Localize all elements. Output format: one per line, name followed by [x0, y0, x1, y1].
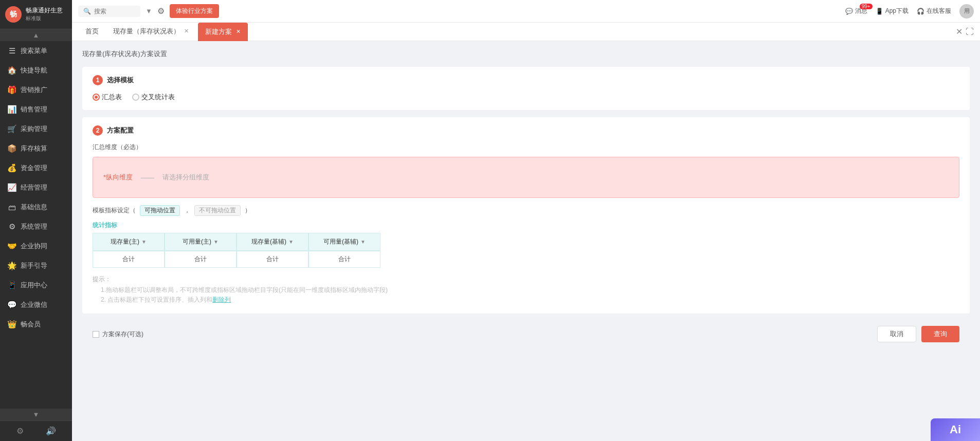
- system-icon: ⚙: [7, 222, 16, 231]
- section2-card: 2 方案配置 汇总维度（必选） *纵向维度 —— 请选择分组维度 模板指标设定（…: [82, 117, 970, 314]
- stats-col-1-label: 可用量(主): [183, 237, 211, 246]
- dimension-dash: ——: [141, 174, 154, 181]
- section2-num: 2: [93, 125, 103, 136]
- settings-icon[interactable]: ⚙: [16, 426, 24, 436]
- indicator-settings: 模板指标设定（ 可拖动位置 ， 不可拖动位置 ）: [93, 205, 959, 216]
- sidebar: 畅 畅康通好生意 标准版 ▲ ☰ 搜索菜单 🏠 快捷导航 🎁 营销推广 📊 销售…: [0, 0, 72, 441]
- chevron-down-icon-2: ▼: [288, 239, 294, 245]
- industry-btn[interactable]: 体验行业方案: [170, 4, 219, 18]
- radio-crosstab-label: 交叉统计表: [141, 93, 175, 102]
- dropdown-icon[interactable]: ▼: [146, 7, 152, 15]
- messages-badge[interactable]: 💬 消息 99+: [845, 7, 867, 15]
- sidebar-menu: ☰ 搜索菜单 🏠 快捷导航 🎁 营销推广 📊 销售管理 🛒 采购管理 📦 库存核…: [0, 41, 72, 409]
- sidebar-item-corp-coop[interactable]: 🤝 企业协同: [0, 236, 72, 256]
- sidebar-item-basic-info[interactable]: 🗃 基础信息: [0, 197, 72, 217]
- tips-title: 提示：: [93, 275, 959, 284]
- sidebar-item-marketing[interactable]: 🎁 营销推广: [0, 80, 72, 100]
- save-checkbox-label[interactable]: 方案保存(可选): [93, 330, 143, 339]
- indicator-draggable-chip: 可拖动位置: [140, 205, 180, 216]
- radio-summary-label: 汇总表: [102, 93, 122, 102]
- stats-col-0-header[interactable]: 现存量(主) ▼: [93, 233, 165, 251]
- sidebar-item-operations[interactable]: 📈 经营管理: [0, 178, 72, 197]
- indicator-separator: ，: [184, 206, 190, 215]
- sidebar-item-inventory[interactable]: 📦 库存核算: [0, 139, 72, 158]
- tab-new-scheme-close[interactable]: ✕: [236, 28, 241, 35]
- query-button[interactable]: 查询: [921, 326, 959, 342]
- app-version: 标准版: [26, 15, 63, 22]
- radio-summary[interactable]: 汇总表: [93, 93, 122, 102]
- sidebar-item-label: 快捷导航: [21, 66, 47, 75]
- sidebar-item-corp-wechat[interactable]: 💬 企业微信: [0, 295, 72, 315]
- tab-inventory-close[interactable]: ✕: [184, 28, 189, 34]
- tips-item-1: 2. 点击标题栏下拉可设置排序、插入列和删除列: [93, 296, 959, 304]
- tab-inventory-status[interactable]: 现存量（库存状况表） ✕: [106, 23, 196, 41]
- sidebar-scroll-down[interactable]: ▼: [0, 409, 72, 420]
- sidebar-item-quick-nav[interactable]: 🏠 快捷导航: [0, 61, 72, 80]
- save-checkbox[interactable]: [93, 331, 99, 338]
- sidebar-scroll-up[interactable]: ▲: [0, 29, 72, 41]
- sidebar-item-member[interactable]: 👑 畅会员: [0, 315, 72, 334]
- stats-col-1-header[interactable]: 可用量(主) ▼: [165, 233, 237, 251]
- sidebar-item-search-menu[interactable]: ☰ 搜索菜单: [0, 41, 72, 61]
- section1-num: 1: [93, 75, 103, 85]
- mobile-icon: 📱: [7, 281, 16, 290]
- sidebar-item-label: 营销推广: [21, 85, 47, 95]
- stats-label: 统计指标: [93, 221, 959, 230]
- tips-area: 提示： 1.拖动标题栏可以调整布局，不可跨维度或指标区域拖动栏目字段(只能在同一…: [93, 275, 959, 304]
- search-box[interactable]: 🔍: [78, 6, 140, 17]
- sidebar-item-purchase[interactable]: 🛒 采购管理: [0, 119, 72, 139]
- app-download-link[interactable]: 📱 App下载: [876, 7, 909, 15]
- tabs-bar: 首页 现存量（库存状况表） ✕ 新建方案 ✕ ✕ ⛶: [72, 23, 980, 41]
- gear-icon[interactable]: ⚙: [157, 6, 165, 16]
- indicator-close: ）: [245, 206, 251, 215]
- sidebar-item-label: 资金管理: [21, 163, 47, 173]
- wechat-icon: 💬: [7, 300, 16, 309]
- user-avatar[interactable]: 用: [959, 4, 974, 19]
- gift-icon: 🎁: [7, 85, 16, 95]
- tab-home[interactable]: 首页: [78, 23, 106, 41]
- radio-crosstab-circle: [132, 94, 139, 101]
- stats-table: 现存量(主) ▼ 可用量(主) ▼ 现存量(基辅) ▼ 可用量(基辅) ▼: [93, 233, 380, 268]
- chart-icon: 📊: [7, 105, 16, 114]
- online-service-link[interactable]: 🎧 在线客服: [917, 7, 951, 15]
- headset-icon: 🎧: [917, 8, 924, 15]
- sidebar-item-label: 搜索菜单: [21, 46, 47, 56]
- database-icon: 🗃: [7, 203, 16, 212]
- dimension-inner: *纵向维度 —— 请选择分组维度: [103, 173, 949, 182]
- stats-col-2-header[interactable]: 现存量(基辅) ▼: [237, 233, 308, 251]
- radio-crosstab[interactable]: 交叉统计表: [132, 93, 175, 102]
- chevron-down-icon-0: ▼: [141, 239, 147, 245]
- delete-col-link[interactable]: 删除列: [212, 296, 231, 303]
- stats-col-3-label: 可用量(基辅): [323, 237, 358, 246]
- dimension-area[interactable]: *纵向维度 —— 请选择分组维度: [93, 157, 959, 198]
- stats-body-row: 合计 合计 合计 合计: [93, 251, 380, 268]
- indicator-fixed-chip: 不可拖动位置: [194, 205, 241, 216]
- cancel-button[interactable]: 取消: [877, 326, 916, 342]
- tab-new-scheme[interactable]: 新建方案 ✕: [198, 23, 248, 41]
- sidebar-item-label: 新手引导: [21, 261, 47, 270]
- search-input[interactable]: [94, 8, 135, 15]
- tab-expand-btn[interactable]: ⛶: [966, 27, 974, 36]
- tips-item-0: 1.拖动标题栏可以调整布局，不可跨维度或指标区域拖动栏目字段(只能在同一维度或指…: [93, 286, 959, 295]
- stats-col-2-label: 现存量(基辅): [251, 237, 286, 246]
- sidebar-item-label: 应用中心: [21, 281, 47, 290]
- audio-icon[interactable]: 🔊: [46, 426, 56, 436]
- sidebar-item-system[interactable]: ⚙ 系统管理: [0, 217, 72, 236]
- sidebar-item-finance[interactable]: 💰 资金管理: [0, 158, 72, 178]
- sidebar-item-app-center[interactable]: 📱 应用中心: [0, 275, 72, 295]
- dimension-required: *纵向维度: [103, 173, 133, 182]
- money-icon: 💰: [7, 163, 16, 173]
- sidebar-item-new-guide[interactable]: 🌟 新手引导: [0, 256, 72, 275]
- ai-badge[interactable]: Ai: [931, 418, 980, 441]
- stats-col-3-body: 合计: [308, 251, 380, 268]
- tab-home-label: 首页: [85, 27, 99, 36]
- tab-new-scheme-label: 新建方案: [205, 27, 232, 36]
- sidebar-item-label: 畅会员: [21, 320, 41, 329]
- dimension-placeholder: 请选择分组维度: [162, 173, 209, 182]
- sidebar-item-sales[interactable]: 📊 销售管理: [0, 100, 72, 119]
- tab-close-btn[interactable]: ✕: [956, 27, 963, 36]
- stats-col-3-header[interactable]: 可用量(基辅) ▼: [308, 233, 380, 251]
- section2-title: 方案配置: [107, 126, 134, 135]
- page-footer: 方案保存(可选) 取消 查询: [82, 321, 970, 351]
- sidebar-item-label: 企业协同: [21, 242, 47, 251]
